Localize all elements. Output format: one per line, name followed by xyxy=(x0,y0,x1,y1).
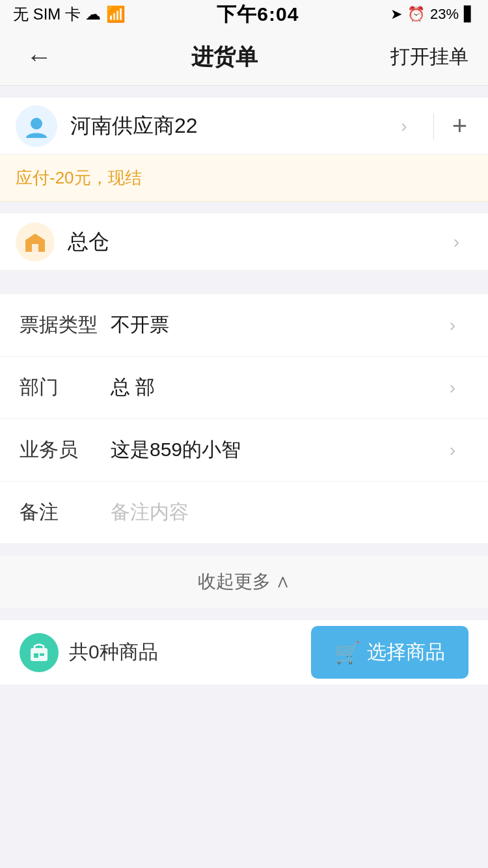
supplier-vertical-divider xyxy=(433,113,434,139)
location-icon: ➤ xyxy=(390,6,402,23)
invoice-chevron-icon: › xyxy=(450,315,455,336)
warehouse-name: 总仓 xyxy=(68,228,454,256)
remark-label: 备注 xyxy=(20,499,98,526)
alarm-icon: ⏰ xyxy=(407,6,425,23)
invoice-label: 票据类型 xyxy=(20,312,98,338)
supplier-name: 河南供应商22 xyxy=(70,112,401,141)
nav-bar: ← 进货单 打开挂单 xyxy=(0,29,488,86)
notice-banner: 应付-20元，现结 xyxy=(0,155,488,202)
salesperson-label: 业务员 xyxy=(20,437,98,463)
svg-point-0 xyxy=(31,118,42,129)
svg-rect-4 xyxy=(40,653,44,656)
invoice-value: 不开票 xyxy=(98,312,450,338)
supplier-avatar xyxy=(16,105,57,147)
status-time: 下午6:04 xyxy=(217,1,299,28)
warehouse-section: 总仓 › xyxy=(0,213,488,271)
wifi-icon: 📶 xyxy=(106,5,126,23)
remark-row[interactable]: 备注 备注内容 xyxy=(0,481,488,544)
page-title: 进货单 xyxy=(191,42,258,72)
salesperson-row[interactable]: 业务员 这是859的小智 › xyxy=(0,419,488,481)
status-right: ➤ ⏰ 23% ▋ xyxy=(390,6,475,23)
svg-rect-1 xyxy=(32,244,38,252)
supplier-chevron-icon: › xyxy=(401,116,407,137)
footer-background xyxy=(0,685,488,868)
form-section: 票据类型 不开票 › 部门 总 部 › 业务员 这是859的小智 › 备注 备注… xyxy=(0,294,488,544)
collapse-label: 收起更多 ∧ xyxy=(198,569,291,594)
product-count-text: 共0种商品 xyxy=(69,639,311,666)
svg-rect-2 xyxy=(31,648,47,661)
salesperson-chevron-icon: › xyxy=(450,440,455,461)
svg-rect-3 xyxy=(34,653,38,658)
select-icon: 🛒 xyxy=(334,640,360,665)
dept-row[interactable]: 部门 总 部 › xyxy=(0,357,488,419)
warehouse-row[interactable]: 总仓 › xyxy=(0,213,488,271)
dept-value: 总 部 xyxy=(98,374,450,401)
salesperson-value: 这是859的小智 xyxy=(98,437,450,463)
supplier-row[interactable]: 河南供应商22 › + xyxy=(0,98,488,155)
dept-label: 部门 xyxy=(20,374,98,401)
status-left: 无 SIM 卡 ☁ 📶 xyxy=(13,4,126,25)
top-divider xyxy=(0,86,488,98)
invoice-row[interactable]: 票据类型 不开票 › xyxy=(0,294,488,357)
bottom-bar: 共0种商品 🛒 选择商品 xyxy=(0,619,488,685)
divider-1 xyxy=(0,202,488,213)
remark-input[interactable]: 备注内容 xyxy=(98,499,468,526)
select-product-button[interactable]: 🛒 选择商品 xyxy=(311,626,468,679)
open-pending-button[interactable]: 打开挂单 xyxy=(390,44,468,70)
back-button[interactable]: ← xyxy=(20,36,59,78)
divider-2 xyxy=(0,271,488,282)
battery-text: 23% xyxy=(430,6,459,23)
product-icon xyxy=(20,633,59,672)
warehouse-chevron-icon: › xyxy=(454,232,459,252)
status-bar: 无 SIM 卡 ☁ 📶 下午6:04 ➤ ⏰ 23% ▋ xyxy=(0,0,488,29)
battery-icon: ▋ xyxy=(464,6,475,23)
dept-chevron-icon: › xyxy=(450,377,455,398)
select-btn-label: 选择商品 xyxy=(367,639,445,666)
signal-text: 无 SIM 卡 ☁ xyxy=(13,4,101,25)
warehouse-icon xyxy=(16,223,55,262)
collapse-button[interactable]: 收起更多 ∧ xyxy=(0,556,488,608)
add-supplier-button[interactable]: + xyxy=(447,106,472,146)
supplier-section: 河南供应商22 › + 应付-20元，现结 xyxy=(0,98,488,202)
